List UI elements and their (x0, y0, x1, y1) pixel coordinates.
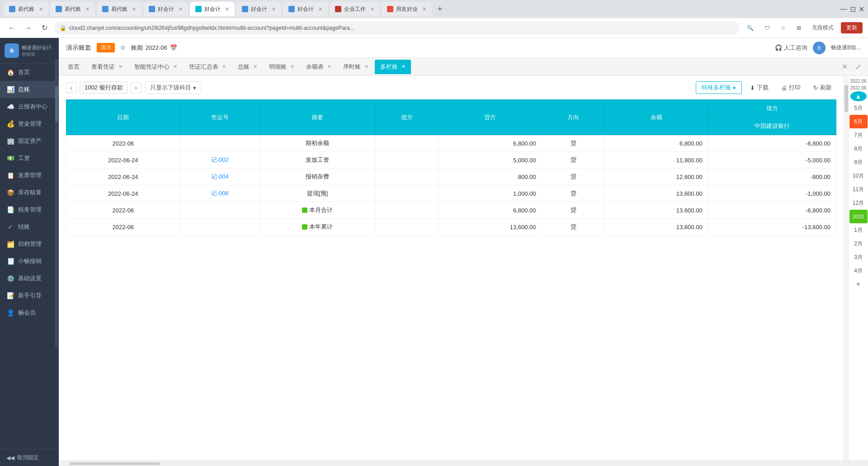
voucher-link[interactable]: 记-004 (180, 169, 259, 185)
url-input[interactable]: 🔒 cloud2.chanjet.com/accounting/uh26t264… (54, 21, 740, 35)
browser-tab-3[interactable]: 易代账 ✕ (97, 2, 142, 16)
tab-close-general-ledger[interactable]: ✕ (253, 64, 257, 70)
tab-balance[interactable]: 余额表 ✕ (301, 60, 337, 74)
tab-close-multi-column[interactable]: ✕ (401, 64, 406, 70)
sidebar-item-guide[interactable]: 📝 新手引导 (0, 287, 59, 304)
tab-close-view-voucher[interactable]: ✕ (118, 64, 123, 70)
restore-button[interactable]: ⊡ (850, 5, 856, 14)
special-multi-column-button[interactable]: 特殊多栏账 ▾ (696, 81, 742, 94)
tab-close-7[interactable]: ✕ (318, 6, 322, 12)
tab-home[interactable]: 首页 (62, 60, 85, 74)
sidebar-item-assets[interactable]: 🏢 固定资产 (0, 132, 59, 150)
extensions-icon[interactable]: ⊞ (793, 23, 805, 33)
sidebar-item-archive[interactable]: 🗂️ 归档管理 (0, 235, 59, 253)
tab-close-8[interactable]: ✕ (370, 6, 374, 12)
month-august[interactable]: 8月 (849, 142, 868, 155)
browser-tab-4[interactable]: 好会计 ✕ (143, 2, 188, 16)
close-browser-button[interactable]: ✕ (859, 5, 864, 14)
forward-button[interactable]: → (22, 22, 34, 34)
month-scroll-down-button[interactable]: ▼ (850, 279, 867, 289)
sidebar-item-settings[interactable]: ⚙️ 基础设置 (0, 270, 59, 287)
back-button[interactable]: ← (5, 22, 18, 34)
month-apr-2023[interactable]: 4月 (849, 264, 868, 278)
tab-close-4[interactable]: ✕ (179, 6, 183, 12)
sidebar-item-tax[interactable]: 📑 税务管理 (0, 201, 59, 218)
tab-close-1[interactable]: ✕ (39, 6, 43, 12)
minimize-button[interactable]: — (840, 5, 847, 13)
table-row: 2022-06 期初余额 6,800.00 贷 6,800.00 -6,800.… (66, 135, 836, 152)
expand-button[interactable]: ⤢ (852, 61, 864, 73)
bottom-scrollbar[interactable] (59, 461, 868, 466)
star-icon[interactable]: ☆ (777, 23, 789, 33)
refresh-nav-button[interactable]: ↻ (38, 22, 51, 34)
sidebar-item-funds[interactable]: 💰 资金管理 (0, 115, 59, 132)
sidebar-pin-button[interactable]: ◀◀ 取消固定 (0, 449, 59, 466)
tab-sequence-ledger[interactable]: 序时账 ✕ (338, 60, 374, 74)
user-avatar[interactable]: B (813, 42, 826, 54)
refresh-button[interactable]: ↻ 刷新 (809, 82, 836, 94)
browser-tab-1[interactable]: 易代账 ✕ (4, 2, 48, 16)
update-button[interactable]: 更新 (841, 22, 863, 33)
sidebar-item-reports[interactable]: ☁️ 云报表中心 (0, 98, 59, 115)
close-all-tabs-button[interactable]: ✕ (838, 61, 851, 73)
browser-tab-9[interactable]: 用友好业 ✕ (382, 2, 432, 16)
tab-close-sequence-ledger[interactable]: ✕ (364, 64, 368, 70)
browser-tab-6[interactable]: 好会计 ✕ (236, 2, 281, 16)
browser-tab-8[interactable]: 企业工作 ✕ (330, 2, 380, 16)
sidebar-scrollbar[interactable] (55, 59, 58, 348)
tab-close-2[interactable]: ✕ (85, 6, 90, 12)
month-september[interactable]: 9月 (849, 155, 868, 169)
month-december[interactable]: 12月 (849, 196, 868, 210)
month-july[interactable]: 7月 (849, 128, 868, 142)
tab-smart-voucher[interactable]: 智能凭证中心 ✕ (129, 60, 183, 74)
filter-button[interactable]: 只显示下级科目 ▾ (145, 81, 201, 94)
sidebar-item-salary[interactable]: 💵 工资 (0, 150, 59, 167)
month-october[interactable]: 10月 (849, 169, 868, 183)
tab-close-3[interactable]: ✕ (132, 6, 136, 12)
tab-close-detail-ledger[interactable]: ✕ (290, 64, 294, 70)
vertical-scrollbar[interactable] (844, 76, 848, 461)
month-mar-2023[interactable]: 3月 (849, 250, 868, 264)
tab-close-6[interactable]: ✕ (272, 6, 276, 12)
tab-close-5[interactable]: ✕ (225, 6, 229, 12)
prev-account-button[interactable]: ‹ (66, 82, 77, 93)
month-jan-2023[interactable]: 1月 (849, 223, 868, 237)
direction-cell: 贷 (542, 219, 605, 235)
tab-close-voucher-summary[interactable]: ✕ (222, 64, 226, 70)
voucher-link[interactable]: 记-002 (180, 152, 259, 169)
period-selector[interactable]: 账期 2022-06 📅 (131, 44, 177, 52)
sidebar-item-invoice[interactable]: 📋 发票管理 (0, 167, 59, 184)
scroll-thumb[interactable] (70, 462, 160, 465)
sidebar-item-member[interactable]: 👤 畅会员 (0, 304, 59, 321)
tab-close-smart-voucher[interactable]: ✕ (173, 64, 177, 70)
search-icon[interactable]: 🔍 (743, 23, 757, 33)
sidebar-item-close[interactable]: ✓ 结账 (0, 218, 59, 235)
print-button[interactable]: 🖨 打印 (777, 82, 805, 94)
next-account-button[interactable]: › (131, 82, 142, 93)
sidebar-item-ledger[interactable]: 📊 总账 (0, 81, 59, 98)
voucher-link[interactable]: 记-006 (180, 185, 259, 202)
tab-detail-ledger[interactable]: 明细账 ✕ (264, 60, 300, 74)
browser-tab-2[interactable]: 易代账 ✕ (50, 2, 95, 16)
month-june[interactable]: 6月 (849, 115, 868, 128)
sidebar-item-inventory[interactable]: 📦 库存核算 (0, 184, 59, 201)
tab-multi-column[interactable]: 多栏账 ✕ (375, 60, 411, 74)
tab-voucher-summary[interactable]: 凭证汇总表 ✕ (184, 60, 231, 74)
download-button[interactable]: ⬇ 下载 (745, 82, 773, 94)
tab-view-voucher[interactable]: 查看凭证 ✕ (86, 60, 128, 74)
browser-tab-7[interactable]: 好会计 ✕ (283, 2, 328, 16)
tab-close-balance[interactable]: ✕ (327, 64, 331, 70)
month-scroll-up-button[interactable]: ▲ (850, 91, 867, 101)
topbar-settings-icon[interactable]: ⚙ (120, 44, 126, 51)
support-button[interactable]: 🎧 人工咨询 (775, 44, 807, 52)
sidebar-item-home[interactable]: 🏠 首页 (0, 64, 59, 81)
new-tab-button[interactable]: + (434, 3, 446, 15)
browser-tab-5[interactable]: 好会计 ✕ (190, 2, 235, 16)
shield-icon[interactable]: 🛡 (761, 23, 774, 33)
month-feb-2023[interactable]: 2月 (849, 237, 868, 250)
sidebar-item-expense[interactable]: 🧾 小畅报销 (0, 253, 59, 270)
tab-general-ledger[interactable]: 总账 ✕ (232, 60, 263, 74)
tab-close-9[interactable]: ✕ (422, 6, 426, 12)
month-november[interactable]: 11月 (849, 183, 868, 196)
month-may[interactable]: 5月 (849, 101, 868, 115)
